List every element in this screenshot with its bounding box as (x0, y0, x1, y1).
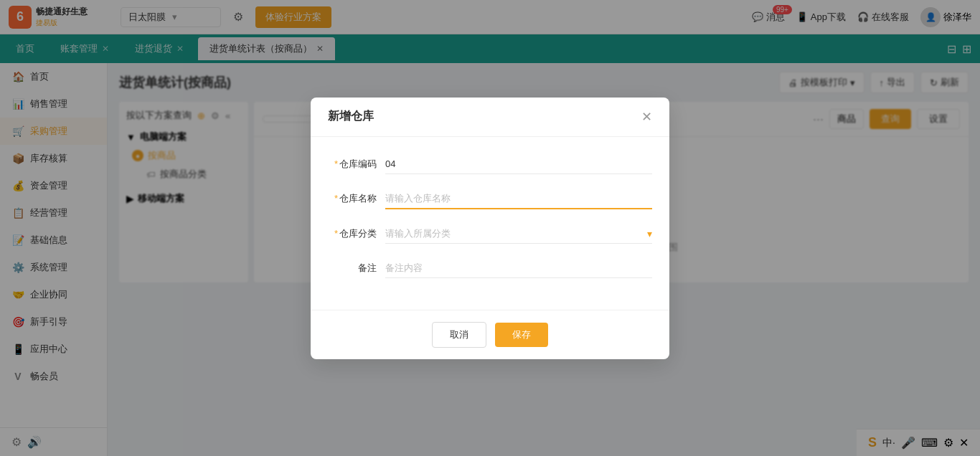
warehouse-remark-row: 备注 (328, 258, 652, 278)
warehouse-code-row: 仓库编码 (328, 154, 652, 174)
modal-title: 新增仓库 (328, 109, 374, 124)
remark-label: 备注 (328, 262, 385, 275)
modal-close-button[interactable]: ✕ (641, 109, 652, 125)
modal-body: 仓库编码 仓库名称 仓库分类 ▾ 备注 (311, 137, 669, 310)
category-select-wrap: ▾ (385, 224, 652, 244)
cancel-button[interactable]: 取消 (432, 322, 486, 348)
warehouse-name-row: 仓库名称 (328, 189, 652, 209)
modal-header: 新增仓库 ✕ (311, 98, 669, 137)
warehouse-code-input[interactable] (385, 154, 652, 174)
add-warehouse-modal: 新增仓库 ✕ 仓库编码 仓库名称 仓库分类 ▾ (311, 98, 669, 359)
category-label: 仓库分类 (328, 227, 385, 240)
modal-overlay: 新增仓库 ✕ 仓库编码 仓库名称 仓库分类 ▾ (0, 0, 980, 456)
warehouse-category-input[interactable] (385, 224, 652, 244)
warehouse-remark-input[interactable] (385, 258, 652, 278)
warehouse-name-input[interactable] (385, 189, 652, 209)
code-label: 仓库编码 (328, 158, 385, 171)
save-button[interactable]: 保存 (495, 323, 548, 347)
modal-footer: 取消 保存 (311, 310, 669, 359)
warehouse-category-row: 仓库分类 ▾ (328, 224, 652, 244)
name-label: 仓库名称 (328, 192, 385, 205)
